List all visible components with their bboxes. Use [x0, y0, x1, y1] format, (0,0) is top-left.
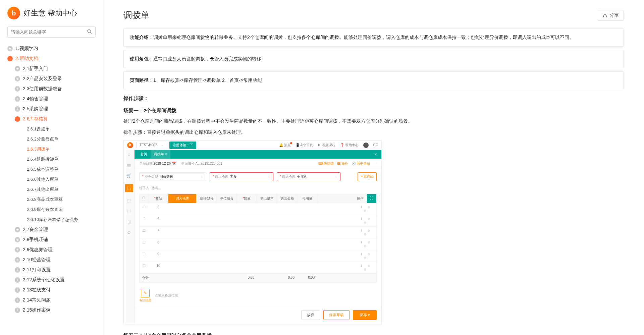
tenant-select[interactable]: TEST-H002	[137, 142, 166, 148]
nav-2-9[interactable]: 2.9优惠券管理	[0, 245, 103, 255]
in-warehouse-select[interactable]: * 调入仓库 仓库A⌄	[277, 172, 340, 181]
remark-icon[interactable]: ✎	[141, 289, 150, 297]
nav-2-6-7[interactable]: 2.6.7其他出库单	[0, 184, 103, 194]
svg-line-1	[90, 32, 92, 34]
nav-2-6-4[interactable]: 2.6.4组装拆卸单	[0, 154, 103, 164]
biz-type-select[interactable]: * 业务类型 同价调拨⌄	[139, 172, 206, 181]
nav-2-6[interactable]: 2.6库存核算	[0, 114, 103, 124]
tab-transfer[interactable]: 调拨单 ×	[151, 150, 170, 159]
scenario-1-steps: 操作步骤：直接通过单据头的调出仓库和调入仓库来处理。	[123, 128, 624, 137]
nav-2-10[interactable]: 2.10经营管理	[0, 255, 103, 265]
path-box: 页面路径：1、库存核算->库存管理->调拨单 2、首页->常用功能	[123, 71, 624, 90]
table-row[interactable]: ☐6⬇ ⊕ ⊖	[140, 215, 376, 226]
nav-video-learning[interactable]: 1.视频学习	[0, 44, 103, 54]
nav-2-6-10[interactable]: 2.6.10库存账本错了怎么办	[0, 215, 103, 225]
nav-2-13[interactable]: 2.13在线支付	[0, 285, 103, 295]
scenario-2-title: 场景二：从1个仓库同时向多个仓库调拨	[123, 332, 624, 335]
home-icon[interactable]: ⌂	[127, 152, 131, 157]
chart-icon[interactable]: ⬚	[127, 209, 131, 214]
table-row[interactable]: ☐5⬇ ⊕ ⊖	[140, 203, 376, 215]
scenario-1-title: 场景一：2个仓库间调拨	[123, 108, 624, 114]
discard-button[interactable]: 放弃	[301, 310, 320, 320]
remark-placeholder[interactable]: 请输入备注信息	[155, 293, 178, 298]
username[interactable]: CC	[373, 143, 378, 147]
out-warehouse-select[interactable]: * 调出仓库 零食⌄	[210, 172, 273, 181]
tab-close-all[interactable]: ×	[372, 152, 379, 157]
save-draft-button[interactable]: 保存草稿	[323, 310, 350, 320]
nav-2-6-5[interactable]: 2.6.5成本调整单	[0, 164, 103, 174]
brand-logo: b	[7, 7, 20, 19]
table-row[interactable]: ☐7⬇ ⊕ ⊖	[140, 226, 376, 238]
table-row[interactable]: ☐10⬇ ⊕ ⊖	[140, 262, 376, 273]
expand-icon[interactable]: ⛶	[367, 194, 376, 203]
nav-2-11[interactable]: 2.11打印设置	[0, 265, 103, 275]
search-icon[interactable]	[87, 29, 92, 36]
tab-home[interactable]: 首页	[137, 150, 151, 159]
nav-2-6-8[interactable]: 2.6.8商品成本重算	[0, 194, 103, 205]
save-button[interactable]: 保存 ▾	[353, 310, 377, 320]
gear-icon[interactable]: ⚙	[127, 230, 131, 235]
box-icon[interactable]: ⬚	[125, 184, 133, 192]
bell-icon[interactable]: 🔔 消息	[279, 143, 291, 148]
help-link[interactable]: ❓ 帮助中心	[340, 143, 359, 148]
more-icon[interactable]: ⋯	[373, 161, 377, 166]
register-button[interactable]: 注册体验一下	[169, 142, 196, 149]
grid-icon[interactable]: ⊞	[127, 220, 131, 224]
select-goods-button[interactable]: + 选商品	[358, 172, 377, 181]
search-box	[7, 26, 96, 38]
nav-2-3[interactable]: 2.3使用前数据准备	[0, 84, 103, 94]
nav-2-8[interactable]: 2.8手机旺铺	[0, 235, 103, 245]
screenshot-1: b TEST-H002 注册体验一下 🔔 消息 📱 App下载 ▶ 视频课程 ❓…	[123, 140, 382, 324]
app-download-link[interactable]: 📱 App下载	[296, 143, 313, 148]
role-box: 使用角色：通常由业务人员发起调拨，仓管人员完成实物的转移	[123, 50, 624, 68]
goods-table: ☐ *商品 调入仓库 规格型号 单位组合 *数量 调出成本 调出金额 可用量 操…	[139, 194, 377, 283]
doc-icon[interactable]: ▤	[127, 163, 131, 167]
share-button[interactable]: 分享	[598, 10, 624, 21]
nav-2-6-9[interactable]: 2.6.9库存账本查询	[0, 205, 103, 215]
nav-2-6-3[interactable]: 2.6.3调拨单	[0, 144, 103, 154]
cart-icon[interactable]: 🛒	[127, 173, 131, 178]
history-link[interactable]: 🕘 历史单据	[352, 161, 370, 166]
brand-row: b 好生意 帮助中心	[0, 7, 103, 26]
table-row[interactable]: ☐9⬇ ⊕ ⊖	[140, 250, 376, 262]
nav-2-2[interactable]: 2.2产品安装及登录	[0, 74, 103, 84]
nav-2-7[interactable]: 2.7资金管理	[0, 225, 103, 235]
nav-2-6-1[interactable]: 2.6.1盘点单	[0, 124, 103, 134]
wallet-icon[interactable]: ⬚	[127, 198, 131, 203]
share-icon	[603, 13, 607, 18]
sidebar: b 好生意 帮助中心 1.视频学习 2.帮助文档 2.1新手入门 2.2产品安装…	[0, 0, 103, 335]
nav-2-5[interactable]: 2.5采购管理	[0, 104, 103, 114]
nav-2-14[interactable]: 2.14常见问题	[0, 295, 103, 305]
checkbox-header[interactable]: ☐	[140, 194, 148, 203]
brand-title: 好生意 帮助中心	[23, 8, 77, 18]
page-title: 调拨单	[123, 9, 150, 21]
avatar[interactable]	[363, 143, 369, 148]
nav-2-15[interactable]: 2.15操作案例	[0, 305, 103, 315]
operate-link[interactable]: ☰ 操作	[337, 161, 348, 166]
intro-box: 功能介绍：调拨单用来处理仓库间货物的转移业务。支持2个仓库间的调拨，也支持多个仓…	[123, 29, 624, 47]
nav-2-6-2[interactable]: 2.6.2分量盘点单	[0, 134, 103, 144]
shot-logo-icon: b	[127, 142, 133, 148]
main-content: 调拨单 分享 功能介绍：调拨单用来处理仓库间货物的转移业务。支持2个仓库间的调拨…	[103, 0, 644, 335]
scenario-1-desc: 处理2个仓库之间的商品调拨，在调拨过程中不会发生商品数量的不一致性。主要处理近距…	[123, 117, 624, 126]
search-input[interactable]	[7, 26, 96, 38]
tabs-bar: 首页 调拨单 × ×	[135, 150, 381, 159]
nav-2-6-6[interactable]: 2.6.6其他入库单	[0, 174, 103, 184]
nav-tree: 1.视频学习 2.帮助文档 2.1新手入门 2.2产品安装及登录 2.3使用前数…	[0, 44, 103, 315]
shortcut-link[interactable]: ⌨ 快捷键	[318, 161, 334, 166]
nav-2-12[interactable]: 2.12系统个性化设置	[0, 275, 103, 285]
nav-2-1[interactable]: 2.1新手入门	[0, 64, 103, 74]
nav-help-docs[interactable]: 2.帮助文档	[0, 54, 103, 64]
nav-2-4[interactable]: 2.4销售管理	[0, 94, 103, 104]
svg-point-0	[88, 30, 91, 33]
table-row[interactable]: ☐8⬇ ⊕ ⊖	[140, 238, 376, 250]
video-link[interactable]: ▶ 视频课程	[318, 143, 335, 148]
shot-sidebar: ⌂ ▤ 🛒 ⬚ ⬚ ⬚ ⊞ ⚙	[124, 150, 135, 324]
steps-heading: 操作步骤：	[123, 95, 624, 102]
